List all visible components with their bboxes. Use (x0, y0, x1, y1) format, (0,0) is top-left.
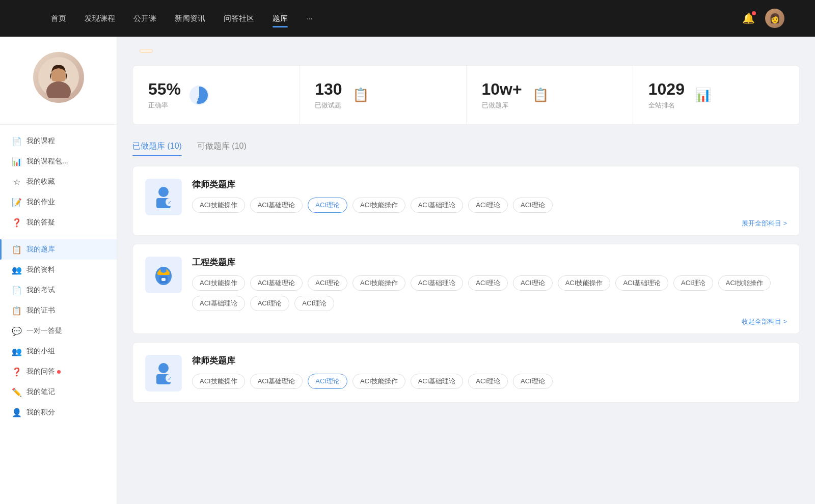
nav-item-首页[interactable]: 首页 (51, 12, 66, 25)
nav-item-发现课程[interactable]: 发现课程 (85, 12, 115, 25)
user-avatar[interactable]: 👩 (765, 9, 784, 28)
sidebar-item-12[interactable]: ✏️ 我的笔记 (0, 382, 117, 402)
sidebar-item-11[interactable]: ❓ 我的问答 (0, 361, 117, 382)
qbank-tag-0-4[interactable]: ACI基础理论 (411, 198, 464, 213)
qbank-tag-1-12[interactable]: ACI理论 (250, 296, 290, 311)
notification-bell[interactable]: 🔔 (742, 12, 755, 24)
profile-avatar (33, 52, 84, 103)
bell-dot (752, 11, 756, 15)
sidebar-label-4: 我的答疑 (26, 218, 55, 227)
svg-point-13 (158, 363, 169, 373)
sidebar-icon-10: 👥 (12, 347, 21, 356)
sidebar-label-6: 我的资料 (26, 265, 55, 274)
sidebar: 📄 我的课程 📊 我的课程包... ☆ 我的收藏 📝 我的作业 ❓ 我的答疑 📋… (0, 37, 117, 504)
qbank-tag-1-13[interactable]: ACI理论 (294, 296, 334, 311)
sidebar-icon-7: 📄 (12, 286, 21, 295)
qbank-tag-1-5[interactable]: ACI理论 (468, 275, 508, 291)
qbank-tag-1-9[interactable]: ACI理论 (673, 275, 713, 291)
qbank-tag-0-6[interactable]: ACI理论 (513, 198, 553, 213)
qbank-tag-2-0[interactable]: ACI技能操作 (192, 374, 245, 389)
stat-icon-1: 📋 (350, 85, 371, 105)
qbank-tag-1-11[interactable]: ACI基础理论 (192, 296, 245, 311)
stat-text-1: 130 已做试题 (315, 80, 342, 110)
qbank-tag-0-2[interactable]: ACI理论 (308, 198, 347, 213)
sidebar-item-13[interactable]: 👤 我的积分 (0, 402, 117, 423)
qbank-card-0: ✓ 律师类题库 ACI技能操作ACI基础理论ACI理论ACI技能操作ACI基础理… (132, 166, 800, 236)
sidebar-icon-5: 📋 (12, 245, 21, 254)
svg-rect-3 (51, 72, 66, 81)
sidebar-item-0[interactable]: 📄 我的课程 (0, 131, 117, 151)
sidebar-icon-13: 👤 (12, 408, 21, 417)
svg-point-4 (158, 187, 169, 197)
qbank-tag-1-3[interactable]: ACI技能操作 (352, 275, 405, 291)
tab-1[interactable]: 可做题库 (10) (197, 137, 247, 156)
qbank-tag-2-3[interactable]: ACI技能操作 (352, 374, 405, 389)
stat-value-3: 1029 (648, 80, 685, 99)
sidebar-item-3[interactable]: 📝 我的作业 (0, 192, 117, 212)
qbank-tag-1-4[interactable]: ACI基础理论 (411, 275, 464, 291)
qbank-tag-0-5[interactable]: ACI理论 (468, 198, 508, 213)
stat-item-0: 55% 正确率 (133, 66, 300, 124)
sidebar-item-6[interactable]: 👥 我的资料 (0, 260, 117, 280)
sidebar-icon-9: 💬 (12, 326, 21, 335)
sidebar-item-8[interactable]: 📋 我的证书 (0, 300, 117, 321)
stat-icon-0 (189, 85, 209, 105)
lawyer-icon: ✓ (150, 184, 177, 210)
trial-badge (140, 49, 153, 53)
nav-item-新闻资讯[interactable]: 新闻资讯 (175, 12, 205, 25)
avatar-svg (38, 57, 79, 98)
qbank-tag-2-4[interactable]: ACI基础理论 (411, 374, 464, 389)
nav-item-公开课[interactable]: 公开课 (133, 12, 156, 25)
qbank-footer-0[interactable]: 展开全部科目 > (192, 219, 787, 228)
svg-text:✓: ✓ (168, 200, 172, 205)
qbank-icon-0: ✓ (145, 179, 182, 215)
lawyer-icon: ✓ (150, 360, 177, 386)
qbank-tag-1-0[interactable]: ACI技能操作 (192, 275, 245, 291)
qbank-tag-2-5[interactable]: ACI理论 (468, 374, 508, 389)
sidebar-icon-6: 👥 (12, 265, 21, 274)
qbank-tag-2-6[interactable]: ACI理论 (513, 374, 553, 389)
pie-chart-icon (189, 86, 209, 105)
sidebar-item-1[interactable]: 📊 我的课程包... (0, 151, 117, 172)
stat-item-3: 1029 全站排名 📊 (633, 66, 799, 124)
qbank-tag-1-2[interactable]: ACI理论 (308, 275, 347, 291)
qbank-tag-1-7[interactable]: ACI技能操作 (558, 275, 611, 291)
stat-text-2: 10w+ 已做题库 (482, 80, 522, 110)
sidebar-item-2[interactable]: ☆ 我的收藏 (0, 172, 117, 192)
qbank-body-2: 律师类题库 ACI技能操作ACI基础理论ACI理论ACI技能操作ACI基础理论A… (192, 355, 787, 395)
qbank-tag-1-10[interactable]: ACI技能操作 (718, 275, 771, 291)
qbank-tag-0-3[interactable]: ACI技能操作 (352, 198, 405, 213)
sidebar-item-10[interactable]: 👥 我的小组 (0, 341, 117, 361)
tab-0[interactable]: 已做题库 (10) (132, 137, 182, 156)
main-content: 55% 正确率 130 已做试题 📋 10w+ 已做题库 📋 1029 全站排名… (117, 37, 815, 504)
sidebar-label-11: 我的问答 (26, 367, 55, 376)
qbank-tag-0-0[interactable]: ACI技能操作 (192, 198, 245, 213)
qbank-tags-0: ACI技能操作ACI基础理论ACI理论ACI技能操作ACI基础理论ACI理论AC… (192, 198, 787, 213)
svg-rect-12 (161, 278, 166, 281)
doc-icon: 📋 (352, 87, 369, 103)
sidebar-item-9[interactable]: 💬 一对一答疑 (0, 321, 117, 341)
sidebar-item-5[interactable]: 📋 我的题库 (0, 239, 117, 260)
sidebar-item-7[interactable]: 📄 我的考试 (0, 280, 117, 300)
stat-icon-3: 📊 (693, 85, 713, 105)
qbank-body-0: 律师类题库 ACI技能操作ACI基础理论ACI理论ACI技能操作ACI基础理论A… (192, 179, 787, 228)
qbank-tags-1: ACI技能操作ACI基础理论ACI理论ACI技能操作ACI基础理论ACI理论AC… (192, 275, 787, 311)
sidebar-profile (0, 52, 117, 125)
tabs: 已做题库 (10)可做题库 (10) (132, 137, 800, 156)
nav-item-···[interactable]: ··· (306, 12, 313, 25)
qbank-title-2: 律师类题库 (192, 355, 787, 367)
qbank-title-1: 工程类题库 (192, 257, 787, 268)
qbank-tag-1-6[interactable]: ACI理论 (513, 275, 553, 291)
qbank-tag-0-1[interactable]: ACI基础理论 (250, 198, 303, 213)
sidebar-icon-3: 📝 (12, 198, 21, 207)
qbank-tag-2-2[interactable]: ACI理论 (308, 374, 347, 389)
nav-item-问答社区[interactable]: 问答社区 (224, 12, 254, 25)
nav-item-题库[interactable]: 题库 (273, 12, 288, 25)
qbank-tag-2-1[interactable]: ACI基础理论 (250, 374, 303, 389)
sidebar-item-4[interactable]: ❓ 我的答疑 (0, 212, 117, 233)
sidebar-icon-4: ❓ (12, 218, 21, 227)
qbank-tag-1-1[interactable]: ACI基础理论 (250, 275, 303, 291)
qbank-card-1: 工程类题库 ACI技能操作ACI基础理论ACI理论ACI技能操作ACI基础理论A… (132, 244, 800, 334)
qbank-footer-1[interactable]: 收起全部科目 > (192, 317, 787, 326)
qbank-tag-1-8[interactable]: ACI基础理论 (615, 275, 668, 291)
